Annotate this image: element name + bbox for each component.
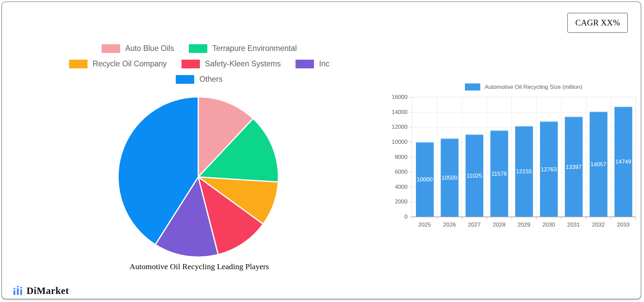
legend-swatch-icon <box>189 44 207 53</box>
cagr-box: CAGR XX% <box>567 13 628 33</box>
legend-swatch-icon <box>69 60 88 68</box>
legend-label: Recycle Oil Company <box>93 59 167 68</box>
bar-2026: 10500 <box>441 138 459 217</box>
legend-swatch-icon <box>296 60 314 68</box>
gridline-v <box>462 97 462 217</box>
y-axis-tick <box>409 187 412 187</box>
bar-plot-area: 0200040006000800010000120001400016000100… <box>412 97 636 217</box>
legend-item-safety-kleen-systems: Safety-Kleen Systems <box>181 59 281 68</box>
x-axis-tick <box>561 217 561 220</box>
gridline-v <box>611 97 611 217</box>
bar-value-label: 12763 <box>538 166 560 173</box>
pie-chart <box>117 96 280 258</box>
x-axis-label: 2033 <box>611 222 636 228</box>
bar-value-label: 11576 <box>488 171 510 177</box>
gridline-v <box>437 97 437 217</box>
legend-item-inc: Inc <box>296 59 329 68</box>
legend-swatch-icon <box>176 75 194 84</box>
legend-item-others: Others <box>176 75 222 84</box>
legend-label: Safety-Kleen Systems <box>205 59 281 68</box>
legend-label: Terrapure Environmental <box>212 44 297 53</box>
x-axis-label: 2028 <box>487 222 512 228</box>
bar-2031: 13397 <box>565 117 583 217</box>
y-axis-tick <box>409 202 412 202</box>
bar-value-label: 12155 <box>513 168 535 175</box>
y-axis-label: 16000 <box>384 94 408 101</box>
x-axis-label: 2027 <box>462 222 487 228</box>
bar-2033: 14749 <box>614 107 632 217</box>
legend-label: Others <box>199 75 222 84</box>
bar-2028: 11576 <box>490 130 508 217</box>
legend-item-terrapure-environmental: Terrapure Environmental <box>189 44 297 53</box>
bar-legend-label: Automotive Oil Recycling Size (million) <box>485 84 582 90</box>
gridline-v <box>586 97 586 217</box>
x-axis-label: 2026 <box>437 222 462 228</box>
x-axis-tick <box>412 217 413 220</box>
y-axis-tick <box>409 172 412 172</box>
y-axis-tick <box>409 112 412 112</box>
x-axis-tick <box>586 217 586 220</box>
y-axis-tick <box>409 127 412 127</box>
bar-2029: 12155 <box>515 126 533 217</box>
x-axis-line <box>412 217 636 217</box>
legend-swatch-icon <box>102 44 120 53</box>
y-axis-label: 8000 <box>384 154 408 161</box>
legend-row: Others <box>15 75 383 84</box>
bar-value-label: 10000 <box>414 176 436 183</box>
x-axis-label: 2032 <box>586 222 611 228</box>
bar-2032: 14057 <box>590 112 607 217</box>
bar-value-label: 13397 <box>563 164 585 171</box>
legend-row: Recycle Oil CompanySafety-Kleen SystemsI… <box>15 59 383 68</box>
y-axis-tick <box>409 142 412 142</box>
pie-chart-title: Automotive Oil Recycling Leading Players <box>32 262 367 271</box>
bar-value-label: 11025 <box>464 173 485 179</box>
bar-legend-swatch-icon <box>465 83 480 90</box>
x-axis-tick <box>462 217 462 220</box>
y-axis-label: 2000 <box>384 198 408 205</box>
legend-label: Inc <box>319 59 329 68</box>
dimarket-bars-icon <box>12 285 23 296</box>
legend-swatch-icon <box>181 60 200 68</box>
brand-logo: DiMarket <box>12 285 69 296</box>
bar-2027: 11025 <box>466 134 483 217</box>
x-axis-tick <box>636 217 636 220</box>
x-axis-tick <box>611 217 611 220</box>
report-canvas: CAGR XX% Auto Blue OilsTerrapure Environ… <box>1 1 641 299</box>
legend-item-recycle-oil-company: Recycle Oil Company <box>69 59 167 68</box>
y-axis-label: 6000 <box>384 169 408 175</box>
gridline-v <box>512 97 512 217</box>
bar-value-label: 10500 <box>439 175 461 181</box>
x-axis-tick <box>536 217 537 220</box>
brand-name: DiMarket <box>26 285 69 296</box>
y-axis-label: 0 <box>384 214 408 220</box>
gridline-v <box>561 97 561 217</box>
x-axis-label: 2029 <box>512 222 536 228</box>
y-axis-label: 10000 <box>384 139 408 145</box>
x-axis-tick <box>487 217 487 220</box>
y-axis-label: 14000 <box>384 109 408 116</box>
gridline-v <box>487 97 487 217</box>
legend-label: Auto Blue Oils <box>125 44 174 53</box>
x-axis-tick <box>437 217 437 220</box>
gridline-v <box>536 97 537 217</box>
bar-chart: Automotive Oil Recycling Size (million) … <box>399 83 644 241</box>
x-axis-label: 2031 <box>561 222 586 228</box>
x-axis-tick <box>512 217 512 220</box>
legend-item-auto-blue-oils: Auto Blue Oils <box>102 44 174 53</box>
x-axis-label: 2025 <box>412 222 437 228</box>
legend-row: Auto Blue OilsTerrapure Environmental <box>15 44 383 53</box>
y-axis-label: 12000 <box>384 124 408 130</box>
bar-legend: Automotive Oil Recycling Size (million) <box>412 83 635 90</box>
bar-value-label: 14749 <box>612 159 634 165</box>
cagr-label: CAGR XX% <box>575 18 620 27</box>
bar-2030: 12763 <box>540 121 558 217</box>
x-axis-label: 2030 <box>536 222 561 228</box>
y-axis-tick <box>409 157 412 157</box>
pie-legend: Auto Blue OilsTerrapure EnvironmentalRec… <box>15 44 383 84</box>
y-axis-tick <box>409 97 412 98</box>
y-axis-label: 4000 <box>384 184 408 190</box>
bar-value-label: 14057 <box>588 161 609 168</box>
bar-2025: 10000 <box>416 142 434 217</box>
